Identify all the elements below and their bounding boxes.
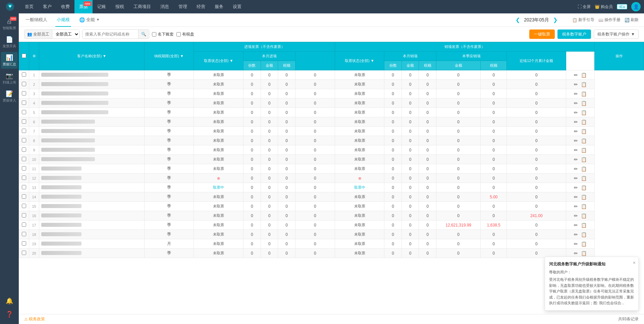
copy-btn[interactable]: 📋 <box>580 101 588 106</box>
row-checkbox[interactable] <box>22 147 26 152</box>
gear-icon[interactable]: ⚙ <box>33 54 36 58</box>
row-checkbox[interactable] <box>22 72 26 77</box>
edit-btn[interactable]: ✏ <box>573 176 579 181</box>
th-client-name[interactable]: 客户名称(全部) ▼ <box>39 42 145 70</box>
tea-badge[interactable]: tEa <box>617 4 627 9</box>
th-input-status[interactable]: 取票状态(全部) ▼ <box>194 52 244 70</box>
period-next-btn[interactable]: ❯ <box>552 17 559 23</box>
copy-btn[interactable]: 📋 <box>580 241 588 247</box>
edit-btn[interactable]: ✏ <box>573 91 579 96</box>
sidebar-item-smart-ticket[interactable]: new 🖨 智能取票 <box>1 16 18 33</box>
copy-btn[interactable]: 📋 <box>580 147 588 153</box>
edit-btn[interactable]: ✏ <box>573 241 579 247</box>
row-checkbox[interactable] <box>22 119 26 124</box>
copy-btn[interactable]: 📋 <box>580 185 588 190</box>
row-checkbox[interactable] <box>22 185 26 189</box>
guide-btn[interactable]: 📋 新手引导 <box>572 17 594 23</box>
row-checkbox[interactable] <box>22 110 26 114</box>
edit-btn[interactable]: ✏ <box>573 82 579 87</box>
edit-btn[interactable]: ✏ <box>573 185 579 190</box>
copy-btn[interactable]: 📋 <box>580 110 588 115</box>
edit-btn[interactable]: ✏ <box>573 166 579 172</box>
search-input[interactable] <box>83 30 138 39</box>
row-checkbox[interactable] <box>22 101 26 105</box>
copy-btn[interactable]: 📋 <box>580 82 588 87</box>
copy-btn[interactable]: 📋 <box>580 129 588 134</box>
edit-btn[interactable]: ✏ <box>573 204 579 209</box>
edit-btn[interactable]: ✏ <box>573 157 579 162</box>
tab-small[interactable]: 小规模 <box>55 13 71 27</box>
edit-btn[interactable]: ✏ <box>573 251 579 256</box>
row-checkbox[interactable] <box>22 204 26 208</box>
sidebar-item-issue[interactable]: 📄 发票开具 <box>1 34 18 51</box>
copy-btn[interactable]: 📋 <box>580 222 588 228</box>
nav-ticket[interactable]: 票据 new <box>74 0 93 13</box>
nav-customer[interactable]: 客户 <box>38 0 56 13</box>
th-tax-quota[interactable]: 纳税期限(全部) ▼ <box>144 42 194 70</box>
row-checkbox[interactable] <box>22 194 26 199</box>
copy-btn[interactable]: 📋 <box>580 232 588 237</box>
sidebar-item-notification[interactable]: 🔔 <box>1 295 18 307</box>
nav-fee[interactable]: 收费 <box>56 0 74 13</box>
tax-disk-checkbox[interactable]: 有税盘 <box>176 31 194 37</box>
sub-account-check[interactable] <box>152 32 156 37</box>
nav-tax[interactable]: 报税 <box>111 0 129 13</box>
row-checkbox[interactable] <box>22 241 26 246</box>
row-checkbox[interactable] <box>22 91 26 95</box>
nav-manage[interactable]: 管理 <box>174 0 192 13</box>
copy-btn[interactable]: 📋 <box>580 91 588 96</box>
fullscreen-btn[interactable]: ⛶ 全屏 <box>578 4 591 10</box>
copy-btn[interactable]: 📋 <box>580 204 588 209</box>
select-all-checkbox[interactable] <box>22 54 26 58</box>
edit-btn[interactable]: ✏ <box>573 129 579 134</box>
edit-btn[interactable]: ✏ <box>573 222 579 228</box>
copy-btn[interactable]: 📋 <box>580 194 588 200</box>
nav-home[interactable]: 首页 <box>20 0 38 13</box>
row-checkbox[interactable] <box>22 166 26 171</box>
nav-business[interactable]: 工商项目 <box>129 0 156 13</box>
row-checkbox[interactable] <box>22 213 26 217</box>
tax-policy-link[interactable]: ⚠ 税务政策 <box>24 316 45 322</box>
copy-btn[interactable]: 📋 <box>580 119 588 125</box>
staff-select[interactable]: 全部员工 <box>52 30 79 39</box>
edit-btn[interactable]: ✏ <box>573 101 579 106</box>
edit-btn[interactable]: ✏ <box>573 138 579 143</box>
row-checkbox[interactable] <box>22 176 26 180</box>
tab-general[interactable]: 一般纳税人 <box>24 13 49 27</box>
row-checkbox[interactable] <box>22 157 26 161</box>
digital-operation-btn[interactable]: 税务数字账户操作 ▼ <box>594 29 639 39</box>
edit-btn[interactable]: ✏ <box>573 110 579 115</box>
sidebar-item-scan[interactable]: 📷 扫描上传 <box>1 70 18 87</box>
th-output-status[interactable]: 取票状态(全部) ▼ <box>335 52 384 70</box>
notification-close-btn[interactable]: × <box>633 259 636 266</box>
copy-btn[interactable]: 📋 <box>580 166 588 172</box>
row-checkbox[interactable] <box>22 129 26 133</box>
sidebar-item-entry[interactable]: 📝 票据录入 <box>1 88 18 105</box>
edit-btn[interactable]: ✏ <box>573 147 579 153</box>
digital-account-btn[interactable]: 税务数字账户 <box>557 29 591 39</box>
row-checkbox[interactable] <box>22 251 26 255</box>
row-checkbox[interactable] <box>22 232 26 236</box>
copy-btn[interactable]: 📋 <box>580 251 588 256</box>
period-prev-btn[interactable]: ❮ <box>514 17 521 23</box>
edit-btn[interactable]: ✏ <box>573 194 579 200</box>
refresh-btn[interactable]: 🔄 刷新 <box>625 17 639 23</box>
copy-btn[interactable]: 📋 <box>580 213 588 218</box>
nav-operation[interactable]: 经营 <box>192 0 210 13</box>
tax-disk-check[interactable] <box>176 32 181 37</box>
copy-btn[interactable]: 📋 <box>580 176 588 181</box>
avatar[interactable]: 👤 <box>631 2 641 11</box>
edit-btn[interactable]: ✏ <box>573 232 579 237</box>
edit-btn[interactable]: ✏ <box>573 72 579 78</box>
edit-btn[interactable]: ✏ <box>573 213 579 218</box>
nav-service[interactable]: 服务 <box>210 0 228 13</box>
copy-btn[interactable]: 📋 <box>580 72 588 78</box>
edit-btn[interactable]: ✏ <box>573 119 579 125</box>
row-checkbox[interactable] <box>22 82 26 86</box>
search-btn[interactable]: 🔍 <box>138 30 149 39</box>
nav-message[interactable]: 消息 <box>156 0 174 13</box>
sidebar-item-help[interactable]: ❓ <box>1 309 18 321</box>
row-checkbox[interactable] <box>22 138 26 142</box>
tab-all[interactable]: 🌐 全能 ▼ <box>78 13 101 27</box>
copy-btn[interactable]: 📋 <box>580 157 588 162</box>
